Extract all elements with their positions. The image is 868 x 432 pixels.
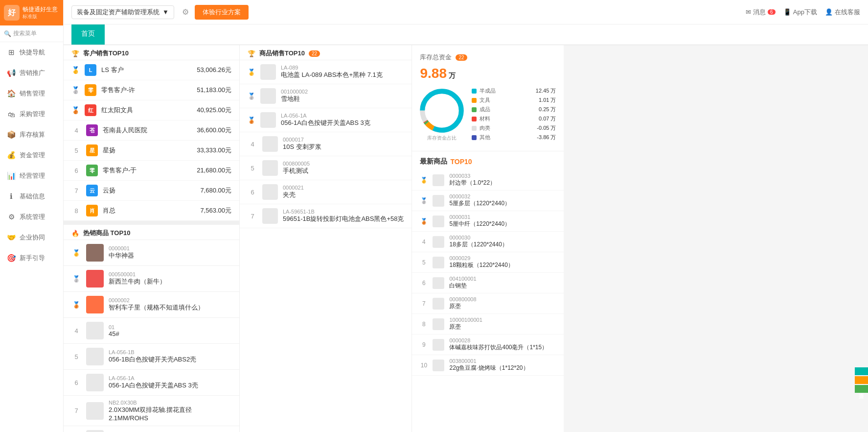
medal-icon: 🥉 xyxy=(71,301,81,309)
legend-item: 材料 0.07 万 xyxy=(472,115,556,122)
legend-item: 半成品 12.45 万 xyxy=(472,87,556,95)
message-icon: ✉ xyxy=(746,8,751,16)
new-product-img xyxy=(433,318,444,330)
chart-label: 库存资金占比 xyxy=(420,135,464,142)
hot-item: 4 01 45# xyxy=(64,318,239,344)
sidebar-item-guide[interactable]: 🎯 新手引导 xyxy=(0,248,63,268)
legend-dot xyxy=(472,135,477,140)
new-item: 🥉 0000031 5厘中纤（1220*2440） xyxy=(412,211,564,232)
new-item: 5 0000029 18颗粒板（1220*2440） xyxy=(412,252,564,273)
search-icon: 🔍 xyxy=(4,30,11,37)
medal-icon: 🥇 xyxy=(71,66,80,74)
sidebar-item-operations[interactable]: 📊 经营管理 xyxy=(0,166,63,186)
legend-item: 文具 1.01 万 xyxy=(472,96,556,104)
customer-avatar: 零 xyxy=(86,165,98,176)
sidebar-item-quick-nav[interactable]: ⊞ 快捷导航 xyxy=(0,42,63,63)
product-img xyxy=(262,184,278,200)
new-item: 10 003800001 22g鱼豆腐·烧烤味（1*12*20） xyxy=(412,355,564,376)
hot-product-img xyxy=(86,270,104,288)
sidebar-item-basic-info[interactable]: ℹ 基础信息 xyxy=(0,186,63,207)
rank-item: 8 肖 肖总 7,563.00元 xyxy=(64,201,239,221)
rank-item: 🥉 红 红太阳文具 40,925.00元 xyxy=(64,100,239,120)
product-rank-item: 5 000800005 手机测试 xyxy=(240,156,411,180)
rank-item: 7 云 云扬 7,680.00元 xyxy=(64,181,239,201)
trial-button[interactable]: 体验行业方案 xyxy=(195,5,249,20)
medal-icon: 🥇 xyxy=(71,249,81,257)
medal-icon: 🥉 xyxy=(420,218,428,225)
logo-text: 畅捷通好生意 标准版 xyxy=(23,6,58,20)
system-icon: ⚙ xyxy=(7,213,16,221)
system-selector[interactable]: 装备及固定资产辅助管理系统 ▼ xyxy=(71,5,174,19)
sidebar-item-finance[interactable]: 💰 资金管理 xyxy=(0,145,63,166)
medal-icon: 🥈 xyxy=(420,197,428,204)
customer-avatar: 肖 xyxy=(86,205,98,216)
inventory-section: 库存总资金 22 9.88 万 xyxy=(412,45,564,151)
customer-ranking-header: 🏆 客户销售TOP10 xyxy=(64,45,239,60)
service-community-button[interactable]: 服务社区 xyxy=(855,376,868,384)
tab-home[interactable]: 首页 xyxy=(71,24,105,45)
new-product-img xyxy=(433,236,444,248)
customer-avatar: 星 xyxy=(86,144,98,156)
new-product-img xyxy=(433,195,444,207)
new-item: 6 004100001 白钢垫 xyxy=(412,273,564,293)
medal-icon: 🥉 xyxy=(71,106,80,114)
sidebar-logo: 好 畅捷通好生意 标准版 xyxy=(0,0,63,25)
main-container: 装备及固定资产辅助管理系统 ▼ ⚙ 体验行业方案 ✉ 消息 6 📱 App下载 … xyxy=(64,0,868,432)
content-area: 🏆 客户销售TOP10 🥇 L LS 客户 53,006.26元 xyxy=(64,45,868,432)
new-product-img xyxy=(433,174,444,186)
livestream-button[interactable]: 直播 xyxy=(855,385,868,393)
hot-item: 5 LA-056-1B 056-1B白色按键开关壳ABS2壳 xyxy=(64,344,239,370)
legend-dot xyxy=(472,126,477,131)
customer-avatar: L xyxy=(85,64,96,76)
hot-item: 6 LA-056-1A 056-1A白色按键开关盖ABS 3壳 xyxy=(64,370,239,396)
trophy-icon: 🏆 xyxy=(248,50,255,57)
medal-icon: 🥇 xyxy=(420,177,428,184)
hot-product-img xyxy=(86,402,104,420)
service-icon: 👤 xyxy=(825,8,833,16)
operations-icon: 📊 xyxy=(7,171,16,180)
product-rank-item: 🥉 LA-056-1A 056-1A白色按键开关盖ABS 3克 xyxy=(240,108,411,132)
inventory-chart-container: 库存资金占比 半成品 12.45 万 文具 xyxy=(420,87,556,143)
sidebar-item-marketing[interactable]: 📢 营销推广 xyxy=(0,63,63,83)
sidebar-item-collab[interactable]: 🤝 企业协同 xyxy=(0,227,63,248)
new-item: 4 0000030 18多层（1220*2440） xyxy=(412,232,564,252)
inventory-total: 9.88 万 xyxy=(420,66,556,81)
sidebar-item-inventory[interactable]: 📦 库存核算 xyxy=(0,124,63,145)
sidebar-item-purchase[interactable]: 🛍 采购管理 xyxy=(0,104,63,124)
settings-icon[interactable]: ⚙ xyxy=(182,7,189,17)
message-badge: 6 xyxy=(768,9,776,15)
app-download-item[interactable]: 📱 App下载 xyxy=(783,8,817,17)
donut-chart xyxy=(420,89,464,133)
medal-icon: 🥈 xyxy=(71,275,81,283)
inventory-badge: 22 xyxy=(456,54,467,61)
hot-item: 🥈 000500001 新西兰牛肉（新牛） xyxy=(64,266,239,292)
donut-svg xyxy=(420,89,464,133)
rank-item: 6 零 零售客户-于 21,680.00元 xyxy=(64,161,239,181)
sidebar-search[interactable]: 🔍 搜索菜单 xyxy=(0,25,63,42)
product-img xyxy=(260,88,276,104)
product-count-badge: 22 xyxy=(309,50,320,57)
new-products-section: 最新商品 TOP10 🥇 0000033 封边带（1.0*22） xyxy=(412,151,564,376)
online-service-item[interactable]: 👤 在线客服 xyxy=(825,8,860,17)
home-icon: ⊞ xyxy=(7,48,16,57)
product-rank-item: 🥈 001000002 雪地鞋 xyxy=(240,84,411,108)
customer-service-button[interactable]: 客服热线 xyxy=(855,367,868,375)
message-item[interactable]: ✉ 消息 6 xyxy=(746,8,776,17)
hot-product-img xyxy=(86,296,104,313)
legend-item: 成品 0.25 万 xyxy=(472,106,556,113)
product-rank-item: 7 LA-59651-1B 59651-1B旋转投影灯电池盒ABS黑色+58克 xyxy=(240,204,411,228)
legend-dot xyxy=(472,107,477,112)
product-rank-item: 6 0000021 夹壳 xyxy=(240,180,411,204)
product-rank-item: 🥇 LA-089 电池盖 LA-089 ABS本色+黑种 7.1克 xyxy=(240,60,411,84)
customer-avatar: 云 xyxy=(86,185,98,196)
product-img xyxy=(262,208,278,224)
right-panel: 库存总资金 22 9.88 万 xyxy=(412,45,564,432)
sidebar-item-sales[interactable]: 🏠 销售管理 xyxy=(0,83,63,104)
logo-icon: 好 xyxy=(4,5,20,21)
customer-ranking-list: 🥇 L LS 客户 53,006.26元 🥈 零 零售客户-许 51,183.0… xyxy=(64,60,239,221)
float-support: 客服热线 服务社区 直播 xyxy=(855,367,868,393)
rank-item: 5 星 星扬 33,333.00元 xyxy=(64,141,239,161)
sidebar-item-system[interactable]: ⚙ 系统管理 xyxy=(0,207,63,227)
hot-products-section: 🔥 热销商品 TOP10 🥇 0000001 中华神器 xyxy=(64,221,239,432)
legend-dot xyxy=(472,89,477,94)
